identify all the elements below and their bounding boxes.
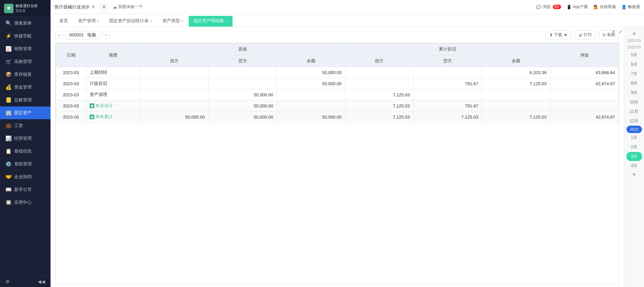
col-accumulated: 累计折旧 [345, 43, 550, 55]
time-panel-up-arrow[interactable]: ▲ [631, 29, 638, 37]
tab-asset-detail[interactable]: 固定资产明细账 × [189, 16, 232, 27]
table-row: 2023-03 上期结转 50,000.00 6,333.36 43,666.6… [56, 67, 619, 78]
company-selector[interactable]: 医疗器械行业演示 ▼ [55, 4, 95, 10]
cell-net-value [550, 89, 619, 100]
app-download-button[interactable]: 📱 App下载 [566, 4, 588, 10]
top-bar: 医疗器械行业演示 ▼ ⚙ ☁ 我要体验一下 💬 消息 99+ 📱 App下载 💁… [51, 0, 644, 14]
table-row-monthly-total: 2023-03 ▣ 本月合计 50,000.00 7,125.03 [56, 100, 619, 111]
sidebar-item-operations[interactable]: 📊 经营管理 [0, 132, 51, 145]
guide-icon: 📖 [5, 187, 11, 193]
tab-asset-type[interactable]: 资产类型 × [158, 16, 188, 27]
sidebar-item-fixed-assets[interactable]: 🏢 固定资产 [0, 106, 51, 119]
sidebar-item-system[interactable]: ⚙️ 系统管理 [0, 158, 51, 170]
cell-orig-debit [140, 100, 209, 111]
collapse-icon[interactable]: ◀◀ [38, 279, 45, 284]
tab-asset-mgmt-close[interactable]: × [97, 19, 99, 23]
month-7[interactable]: 7月 [626, 69, 642, 78]
sidebar-label-system: 系统管理 [14, 161, 32, 167]
sidebar-item-app-center[interactable]: 🔲 应用中心 [0, 196, 51, 209]
table-row: 2023-03 计提折旧 50,000.00 791.67 7,125.03 4… [56, 78, 619, 89]
prev-asset-button[interactable]: ‹ [55, 31, 63, 39]
sidebar-label-purchase: 采购管理 [14, 59, 32, 65]
customer-service-button[interactable]: 💁 在线客服 [593, 4, 616, 10]
finance-icon: 💰 [5, 84, 11, 90]
sidebar-item-inventory[interactable]: 📦 库存核算 [0, 68, 51, 81]
app-center-icon: 🔲 [5, 199, 11, 205]
month-8[interactable]: 8月 [626, 79, 642, 88]
cell-date: 2023-03 [56, 78, 86, 89]
message-button[interactable]: 💬 消息 99+ [536, 4, 561, 10]
asset-code-display: 000001 电脑 [65, 31, 100, 39]
month-10[interactable]: 10月 [626, 98, 642, 107]
logo-subtitle: 普及版 [16, 8, 38, 13]
settings-bottom-icon[interactable]: ⚙ [5, 279, 10, 284]
cell-net-value: 42,874.97 [550, 111, 619, 123]
time-panel-down-arrow[interactable]: ▼ [631, 170, 638, 179]
purchase-icon: 🛒 [5, 59, 11, 65]
download-button[interactable]: ⬇ 下载 ▼ [546, 30, 571, 39]
settings-button[interactable]: ⚙ [99, 2, 109, 12]
months-bottom-section: 1月 2月 3月 4月 [624, 133, 644, 170]
month-4[interactable]: 4月 [626, 161, 642, 170]
month-1[interactable]: 1月 [626, 133, 642, 142]
cell-summary: ▣ 本年累计 [86, 111, 140, 123]
sidebar-item-quick-nav[interactable]: ⚡ 快捷导航 [0, 30, 51, 42]
sidebar-item-payroll[interactable]: 💼 工资 [0, 119, 51, 132]
tab-asset-detail-close[interactable]: × [225, 19, 227, 23]
sidebar-item-cooperation[interactable]: 🤝 企业协同 [0, 170, 51, 183]
cell-accum-balance [482, 89, 550, 100]
message-icon: 💬 [536, 5, 541, 9]
app-download-label: App下载 [573, 4, 588, 10]
tab-depreciation-stats[interactable]: 固定资产折旧统计表 × [104, 16, 157, 27]
month-12[interactable]: 12月 [626, 117, 642, 126]
month-3[interactable]: 3月 [626, 152, 642, 161]
sidebar-item-ledger[interactable]: 📒 总账管理 [0, 94, 51, 106]
ledger-table: 日期 摘要 原值 累计折旧 净值 借方 贷方 余额 借方 贷方 余额 [55, 43, 619, 284]
sidebar-item-guide[interactable]: 📖 新手引导 [0, 183, 51, 196]
logo-title: 畅捷通好业财 [16, 3, 38, 8]
cell-summary: 资产清理 [86, 89, 140, 100]
tab-asset-type-close[interactable]: × [181, 19, 183, 23]
month-5[interactable]: 5月 [626, 51, 642, 60]
print-button[interactable]: 🖨 打印 [575, 30, 595, 39]
asset-navigator: ‹ 000001 电脑 › ⬇ 下载 ▼ 🖨 [55, 30, 619, 39]
table-row-yearly-total: 2023-03 ▣ 本年累计 50,000.00 50,000.00 50,00… [56, 111, 619, 123]
month-6[interactable]: 6月 [626, 60, 642, 69]
message-label: 消息 [543, 4, 551, 10]
tab-depreciation-close[interactable]: × [150, 19, 152, 23]
month-9[interactable]: 9月 [626, 88, 642, 97]
cell-accum-credit: 7,125.03 [413, 111, 482, 123]
sidebar-item-purchase[interactable]: 🛒 采购管理 [0, 55, 51, 68]
tab-asset-mgmt[interactable]: 资产管理 × [73, 16, 104, 27]
cell-orig-credit: 50,000.00 [208, 100, 277, 111]
ledger-icon: 📒 [5, 97, 11, 103]
year-badge-2023[interactable]: 2023 [626, 126, 642, 133]
sidebar-item-sales[interactable]: 📈 销售管理 [0, 42, 51, 55]
tab-home[interactable]: 首页 [55, 16, 73, 27]
cell-date: 2023-03 [56, 111, 86, 123]
sidebar-item-finance[interactable]: 💰 资金管理 [0, 81, 51, 94]
cell-orig-credit: 50,000.00 [208, 111, 277, 123]
asset-code: 000001 [69, 32, 84, 37]
table-row: 2023-03 资产清理 50,000.00 7,125.03 [56, 89, 619, 100]
close-panel-icon[interactable]: ✕ [612, 29, 616, 34]
sidebar-label-sales: 销售管理 [14, 46, 32, 52]
cell-orig-balance: 50,000.00 [277, 78, 345, 89]
month-2[interactable]: 2月 [626, 142, 642, 152]
col-net-value: 净值 [550, 43, 619, 67]
tab-bar: 首页 资产管理 × 固定资产折旧统计表 × 资产类型 × 固定资产明细账 × [51, 14, 644, 27]
cell-summary: ▣ 本月合计 [86, 100, 140, 111]
sales-icon: 📈 [5, 46, 11, 52]
next-asset-button[interactable]: › [102, 31, 110, 39]
sidebar-label-search: 搜索菜单 [14, 20, 32, 26]
sidebar-item-basic-info[interactable]: 📋 基础信息 [0, 145, 51, 158]
expand-panel-icon[interactable]: ⤢ [618, 29, 622, 34]
user-profile-button[interactable]: 👤 畅捷通 [621, 4, 640, 10]
cell-accum-balance: 7,125.03 [482, 78, 550, 89]
tab-home-label: 首页 [59, 18, 68, 24]
month-11[interactable]: 11月 [626, 107, 642, 116]
sidebar-item-search[interactable]: 🔍 搜索菜单 [0, 17, 51, 30]
experience-button[interactable]: ☁ 我要体验一下 [113, 4, 143, 10]
download-icon: ⬇ [549, 33, 553, 37]
col-accum-credit: 贷方 [413, 55, 482, 67]
